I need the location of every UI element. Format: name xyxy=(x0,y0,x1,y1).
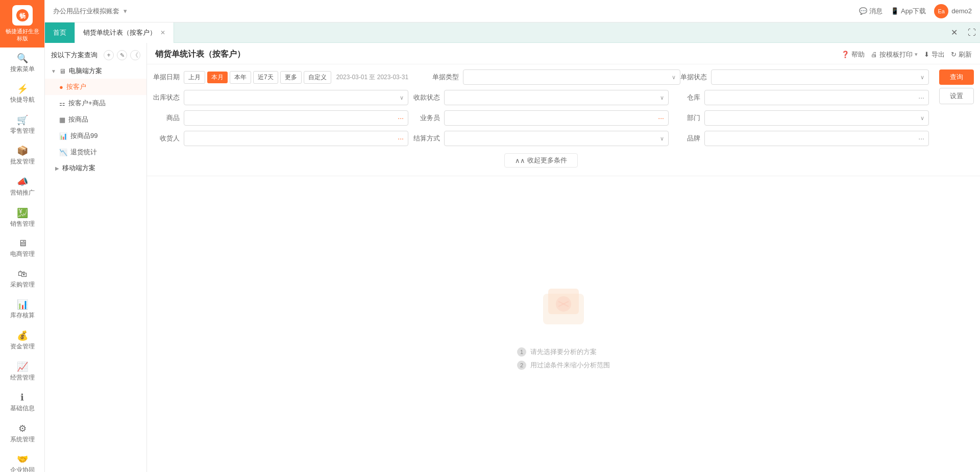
help-button[interactable]: ❓ 帮助 xyxy=(841,50,865,59)
warehouse-input[interactable]: ··· xyxy=(704,90,929,105)
query-button[interactable]: 查询 xyxy=(939,69,974,85)
close-tab-icon[interactable]: ✕ xyxy=(945,28,964,37)
export-button[interactable]: ⬇ 导出 xyxy=(924,50,945,59)
content-area: 销货单统计表（按客户） ❓ 帮助 🖨 按模板打印 ▾ ⬇ xyxy=(147,43,980,472)
date-btn-last-month[interactable]: 上月 xyxy=(184,71,205,84)
main-area: 办公用品行业模拟账套 ▾ 💬 消息 📱 App下载 Ea demo2 xyxy=(45,0,980,472)
doc-type-select[interactable]: ∨ xyxy=(463,69,681,85)
scheme-item-by-goods[interactable]: ▦ 按商品 xyxy=(45,111,146,128)
tab-close-icon[interactable]: ✕ xyxy=(160,29,165,36)
chevron-right-icon: ▶ xyxy=(55,166,59,171)
sidebar: 畅 畅捷通好生意 标版 🔍 搜索菜单 ⚡ 快捷导航 🛒 零售管理 📦 xyxy=(0,0,45,472)
doc-status-select[interactable]: ∨ xyxy=(711,69,929,85)
sidebar-item-label: 采购管理 xyxy=(10,281,35,289)
collapse-icon: ∧∧ xyxy=(515,157,525,164)
sidebar-item-inventory[interactable]: 📊 库存核算 xyxy=(0,294,44,325)
customer-goods-icon: ⚏ xyxy=(59,100,65,107)
sidebar-item-finance[interactable]: 💰 资金管理 xyxy=(0,325,44,356)
dept-select[interactable]: ∨ xyxy=(704,110,929,126)
tab-home[interactable]: 首页 xyxy=(45,22,75,43)
sidebar-item-operations[interactable]: 📈 经营管理 xyxy=(0,356,44,387)
brand-input[interactable]: ··· xyxy=(704,131,929,146)
brand-col: 品牌 ··· xyxy=(674,131,929,146)
scheme-item-by-customer-label: 按客户 xyxy=(66,82,86,91)
maximize-icon[interactable]: ⛶ xyxy=(964,28,980,37)
nav-dropdown-icon[interactable]: ▾ xyxy=(124,7,127,15)
staff-dots-icon: ··· xyxy=(658,114,664,122)
ecommerce-icon: 🖥 xyxy=(18,238,27,249)
sidebar-item-system[interactable]: ⚙ 系统管理 xyxy=(0,418,44,449)
scheme-item-customer-goods[interactable]: ⚏ 按客户+商品 xyxy=(45,95,146,111)
sidebar-item-search[interactable]: 🔍 搜索菜单 xyxy=(0,48,44,79)
filter-section-wrapper: 单据日期 上月 本月 本年 近7天 更多 自定义 2023-03-01 至 20… xyxy=(147,64,980,176)
empty-tip-2-text: 用过滤条件来缩小分析范围 xyxy=(530,361,610,370)
scheme-group-desktop-label: 电脑端方案 xyxy=(69,66,102,76)
scheme-panel-actions: + ✎ 《 xyxy=(104,50,140,60)
template-print-button[interactable]: 🖨 按模板打印 ▾ xyxy=(871,50,918,59)
scheme-item-by-customer[interactable]: ● 按客户 xyxy=(45,79,146,95)
receipt-status-select[interactable]: ∨ xyxy=(444,90,669,105)
sidebar-item-purchase[interactable]: 🛍 采购管理 xyxy=(0,264,44,294)
doc-status-arrow-icon: ∨ xyxy=(920,74,924,81)
staff-input[interactable]: ··· xyxy=(444,110,669,126)
date-btn-7days[interactable]: 近7天 xyxy=(253,71,278,84)
export-icon: ⬇ xyxy=(924,51,929,58)
print-dropdown-icon: ▾ xyxy=(915,51,918,58)
filter-row-3: 商品 ··· 业务员 ··· xyxy=(153,110,929,126)
sales-icon: 💹 xyxy=(17,207,28,219)
sidebar-item-label: 经营管理 xyxy=(10,374,35,382)
scheme-item-return-stat[interactable]: 📉 退货统计 xyxy=(45,144,146,160)
out-status-select[interactable]: ∨ xyxy=(184,90,408,105)
scheme-group-mobile-title[interactable]: ▶ 移动端方案 xyxy=(45,160,146,176)
sidebar-item-quick-nav[interactable]: ⚡ 快捷导航 xyxy=(0,78,44,109)
scheme-group-desktop-title[interactable]: ▼ 🖥 电脑端方案 xyxy=(45,63,146,79)
purchase-icon: 🛍 xyxy=(18,269,27,279)
nav-title-area: 办公用品行业模拟账套 ▾ xyxy=(53,7,127,16)
sidebar-item-retail[interactable]: 🛒 零售管理 xyxy=(0,109,44,140)
tab-right-actions: ✕ ⛶ xyxy=(945,28,980,37)
quick-nav-icon: ⚡ xyxy=(17,83,28,95)
collapse-button[interactable]: ∧∧ 收起更多条件 xyxy=(504,153,578,168)
date-btn-custom[interactable]: 自定义 xyxy=(304,71,331,84)
scheme-edit-button[interactable]: ✎ xyxy=(117,50,127,60)
date-btn-this-year[interactable]: 本年 xyxy=(230,71,251,84)
date-btn-this-month[interactable]: 本月 xyxy=(207,72,228,83)
help-icon: ❓ xyxy=(841,51,849,58)
scheme-add-button[interactable]: + xyxy=(104,50,114,60)
tab-sales-stat[interactable]: 销货单统计表（按客户） ✕ xyxy=(75,22,174,43)
app-download-action[interactable]: 📱 App下载 xyxy=(891,7,926,16)
filter-date-row: 单据日期 上月 本月 本年 近7天 更多 自定义 2023-03-01 至 20… xyxy=(153,69,929,85)
sidebar-item-marketing[interactable]: 📣 营销推广 xyxy=(0,171,44,202)
tip-num-2: 2 xyxy=(517,361,526,370)
scheme-collapse-button[interactable]: 《 xyxy=(130,50,140,60)
scheme-item-goods-99[interactable]: 📊 按商品99 xyxy=(45,128,146,144)
top-header: 办公用品行业模拟账套 ▾ 💬 消息 📱 App下载 Ea demo2 xyxy=(45,0,980,22)
logo-area: 畅 畅捷通好生意 标版 xyxy=(0,0,44,48)
sidebar-item-wholesale[interactable]: 📦 批发管理 xyxy=(0,140,44,171)
date-btn-more[interactable]: 更多 xyxy=(280,71,302,84)
settings-button[interactable]: 设置 xyxy=(939,88,974,104)
sidebar-item-label: 库存核算 xyxy=(10,312,35,320)
scheme-panel-title: 按以下方案查询 xyxy=(51,51,97,60)
sidebar-nav: 🔍 搜索菜单 ⚡ 快捷导航 🛒 零售管理 📦 批发管理 📣 营销推广 💹 xyxy=(0,48,44,472)
staff-col: 业务员 ··· xyxy=(413,110,669,126)
date-label: 单据日期 xyxy=(153,73,184,82)
user-info[interactable]: Ea demo2 xyxy=(934,4,972,18)
refresh-button[interactable]: ↻ 刷新 xyxy=(951,50,972,59)
out-status-arrow-icon: ∨ xyxy=(400,95,404,101)
help-label: 帮助 xyxy=(851,50,865,59)
sidebar-item-basics[interactable]: ℹ 基础信息 xyxy=(0,387,44,418)
sidebar-item-sales[interactable]: 💹 销售管理 xyxy=(0,202,44,233)
message-action[interactable]: 💬 消息 xyxy=(859,7,883,16)
staff-label: 业务员 xyxy=(413,113,444,123)
goods-input[interactable]: ··· xyxy=(184,110,408,126)
customer-scheme-icon: ● xyxy=(59,83,63,91)
sidebar-item-label: 资金管理 xyxy=(10,343,35,351)
sidebar-item-ecommerce[interactable]: 🖥 电商管理 xyxy=(0,233,44,264)
scheme-item-by-goods-label: 按商品 xyxy=(68,115,88,124)
sidebar-item-enterprise[interactable]: 🤝 企业协同 xyxy=(0,449,44,472)
payment-select[interactable]: ∨ xyxy=(444,131,669,146)
chevron-down-icon: ▼ xyxy=(51,68,56,74)
empty-tip-1-text: 请先选择要分析的方案 xyxy=(530,347,597,357)
consignee-input[interactable]: ··· xyxy=(184,131,408,146)
